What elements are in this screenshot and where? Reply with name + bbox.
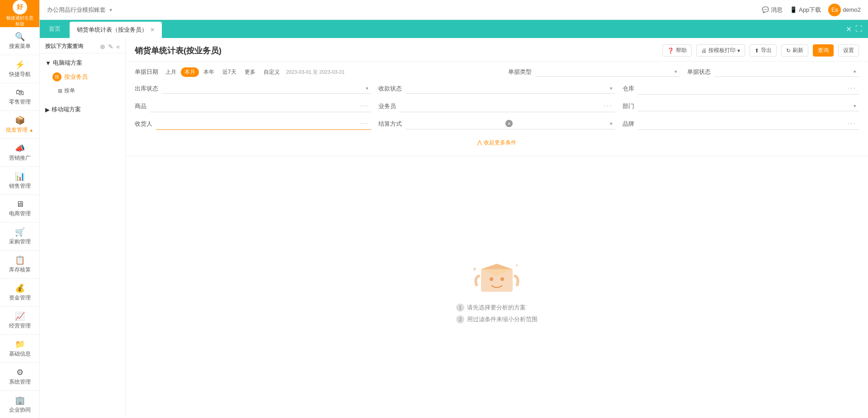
- query-button[interactable]: 查询: [813, 44, 834, 57]
- left-panel-header: 按以下方案查询 ⊕ ✎ «: [40, 38, 125, 53]
- department-select[interactable]: ▾: [638, 101, 859, 111]
- sidebar-item-operations[interactable]: 📈 经营管理: [0, 307, 39, 335]
- print-dropdown-icon: ▾: [737, 48, 740, 54]
- date-tab-this-year[interactable]: 本年: [200, 67, 218, 77]
- filter-area: 单据日期 上月 本月 本年 近7天 更多 自定义 2023-03-01 至 20…: [126, 62, 868, 156]
- sidebar-item-system[interactable]: ⚙ 系统管理: [0, 363, 39, 391]
- filter-doctype-field: 单据类型 ▾: [508, 67, 680, 77]
- avatar-text: Ea: [831, 7, 838, 13]
- settlement-select[interactable]: ✕ ▾: [406, 118, 615, 129]
- doctype-select[interactable]: ▾: [535, 67, 680, 77]
- warehouse-label: 仓库: [623, 85, 634, 93]
- top-bar-left: 办公用品行业模拟账套 ▾: [47, 6, 112, 14]
- scheme-mobile-arrow: ▶: [45, 106, 50, 113]
- template-print-button[interactable]: 🖨 按模板打印 ▾: [696, 44, 745, 57]
- collapse-panel-icon[interactable]: «: [116, 43, 120, 50]
- settings-button[interactable]: 设置: [838, 44, 859, 57]
- svg-text:✦: ✦: [515, 263, 519, 268]
- tab-sales-stats[interactable]: 销货单统计表（按业务员） ✕: [70, 22, 162, 38]
- filter-row-1: 单据日期 上月 本月 本年 近7天 更多 自定义 2023-03-01 至 20…: [135, 67, 859, 77]
- sidebar-label-operations: 经营管理: [9, 323, 31, 329]
- svg-point-1: [490, 277, 493, 281]
- sidebar-item-sales[interactable]: 📊 销售管理: [0, 167, 39, 195]
- sidebar-item-enterprise[interactable]: 🏢 企业协同: [0, 391, 39, 418]
- help-icon: ❓: [667, 48, 674, 54]
- scheme-by-order[interactable]: ⊞ 按单: [40, 84, 125, 97]
- receiptstatus-select[interactable]: ▾: [406, 84, 615, 94]
- quick-nav-icon: ⚡: [2, 60, 38, 70]
- outstatus-select[interactable]: ▾: [162, 84, 371, 94]
- refresh-label: 刷新: [793, 47, 803, 54]
- date-tab-7days[interactable]: 近7天: [219, 67, 240, 77]
- sidebar-item-retail[interactable]: 🛍 零售管理: [0, 83, 39, 111]
- salesperson-select[interactable]: ···: [400, 100, 615, 112]
- sidebar-label-base: 基础信息: [9, 351, 31, 357]
- messages-button[interactable]: 💬 消息: [762, 6, 783, 14]
- scheme-pc-arrow: ▼: [45, 60, 51, 66]
- messages-label: 消息: [771, 6, 783, 14]
- settings-label: 设置: [843, 47, 854, 54]
- collapse-filters-bar[interactable]: ⋀ 收起更多条件: [135, 135, 859, 150]
- user-menu[interactable]: Ea demo2: [828, 4, 861, 16]
- tab-fullscreen-icon[interactable]: ⛶: [855, 25, 863, 33]
- template-print-label: 按模板打印: [708, 47, 736, 54]
- receiver-label: 收货人: [135, 120, 152, 128]
- sidebar-item-purchase[interactable]: 🛒 采购管理: [0, 223, 39, 251]
- docstatus-arrow-icon: ▾: [854, 69, 856, 75]
- date-tab-last-month[interactable]: 上月: [162, 67, 180, 77]
- tab-close-all-icon[interactable]: ✕: [846, 25, 852, 33]
- sidebar-item-base[interactable]: 📁 基础信息: [0, 335, 39, 363]
- sidebar-item-marketing[interactable]: 📣 营销推广: [0, 139, 39, 167]
- date-tab-this-month[interactable]: 本月: [181, 67, 199, 77]
- brand-label: 品牌: [623, 120, 634, 128]
- sidebar-label-system: 系统管理: [9, 379, 31, 385]
- settlement-clear-icon[interactable]: ✕: [505, 120, 513, 127]
- scheme-mobile-label: 移动端方案: [52, 105, 81, 114]
- docstatus-select[interactable]: ▾: [714, 67, 859, 77]
- brand-select[interactable]: ···: [638, 118, 859, 130]
- tab-sales-stats-label: 销货单统计表（按业务员）: [77, 26, 147, 34]
- goods-select[interactable]: ···: [150, 100, 371, 112]
- receiver-input[interactable]: ···: [156, 118, 371, 130]
- sidebar-item-inventory[interactable]: 📋 库存核算: [0, 251, 39, 279]
- tab-home[interactable]: 首页: [40, 20, 70, 38]
- content-area: 按以下方案查询 ⊕ ✎ « ▼ 电脑端方案 按 按业务员: [40, 38, 868, 418]
- brand-dots-icon: ···: [848, 119, 856, 128]
- sidebar-item-ecommerce[interactable]: 🖥 电商管理: [0, 195, 39, 223]
- help-button[interactable]: ❓ 帮助: [662, 44, 692, 57]
- scheme-pc-parent[interactable]: ▼ 电脑端方案: [40, 56, 125, 70]
- collapse-arrow-icon: ⋀: [477, 139, 482, 146]
- receiver-dots-icon: ···: [360, 119, 368, 128]
- scheme-order-label: 按单: [64, 87, 75, 95]
- sidebar-item-wholesale[interactable]: 📦 批发管理 ▲: [0, 111, 39, 139]
- date-tab-custom[interactable]: 自定义: [260, 67, 283, 77]
- app-logo[interactable]: 好 畅捷通好生意 标版: [0, 0, 40, 27]
- logo-text: 畅捷通好生意: [6, 15, 33, 21]
- svg-point-2: [500, 277, 504, 281]
- empty-state: ✦ ✦ 1 请先选择要分析的方案 2 用过滤条件来缩小分析范围: [126, 156, 868, 418]
- salesperson-icon-text: 按: [55, 74, 59, 80]
- empty-illustration: ✦ ✦: [470, 251, 524, 296]
- filter-warehouse-field: 仓库 ···: [623, 82, 859, 95]
- salesperson-scheme-icon: 按: [52, 72, 61, 81]
- export-button[interactable]: ⬆ 导出: [750, 44, 777, 57]
- user-name: demo2: [843, 6, 861, 13]
- top-bar: 办公用品行业模拟账套 ▾ 💬 消息 📱 App下载 Ea demo2: [40, 0, 868, 20]
- add-scheme-icon[interactable]: ⊕: [100, 43, 105, 50]
- download-icon: 📱: [790, 6, 797, 13]
- warehouse-select[interactable]: ···: [638, 82, 859, 95]
- sidebar-item-finance[interactable]: 💰 资金管理: [0, 279, 39, 307]
- receiptstatus-arrow-icon: ▾: [610, 86, 613, 91]
- date-tab-more[interactable]: 更多: [241, 67, 259, 77]
- right-panel: 销货单统计表(按业务员) ❓ 帮助 🖨 按模板打印 ▾ ⬆ 导出: [126, 38, 868, 418]
- refresh-button[interactable]: ↻ 刷新: [781, 44, 808, 57]
- top-bar-dropdown-icon[interactable]: ▾: [109, 7, 112, 13]
- sidebar-item-search-menu[interactable]: 🔍 搜索菜单: [0, 27, 39, 55]
- tab-close-icon[interactable]: ✕: [150, 27, 155, 33]
- app-download-button[interactable]: 📱 App下载: [790, 6, 821, 14]
- sidebar-item-quick-nav[interactable]: ⚡ 快捷导航: [0, 55, 39, 83]
- edit-scheme-icon[interactable]: ✎: [108, 43, 113, 50]
- scheme-by-salesperson[interactable]: 按 按业务员: [40, 70, 125, 84]
- scheme-mobile-parent[interactable]: ▶ 移动端方案: [40, 103, 125, 116]
- scheme-salesperson-label: 按业务员: [64, 73, 88, 81]
